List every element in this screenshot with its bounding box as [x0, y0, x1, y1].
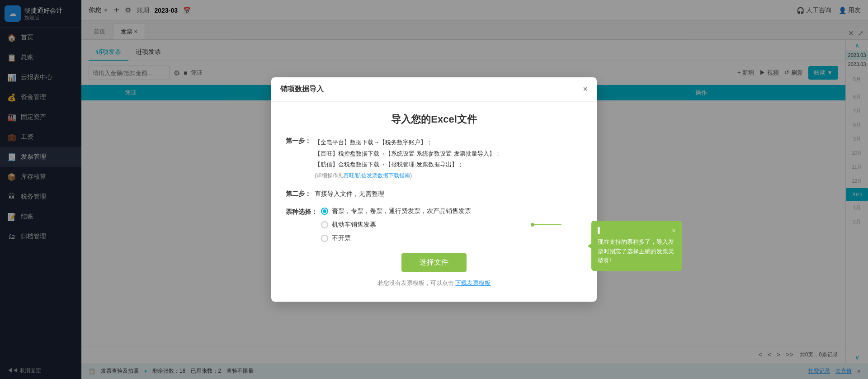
tooltip-line: [534, 224, 561, 225]
tooltip-box: ▌ × 现在支持的票种多了，导入发票时别忘了选择正确的发票类型呀!: [591, 221, 682, 271]
tooltip-bar: ▌: [598, 226, 602, 236]
step1-line1: 【全电平台】数据下载→【税务数字账户】；: [315, 137, 501, 148]
modal-body: 导入您的Excel文件 第一步： 【全电平台】数据下载→【税务数字账户】； 【百…: [271, 102, 597, 302]
tooltip-text: 现在支持的票种多了，导入发票时别忘了选择正确的发票类型呀!: [598, 238, 674, 264]
modal-close-button[interactable]: ×: [583, 85, 588, 94]
step1-content: 【全电平台】数据下载→【税务数字账户】； 【百旺】税控盘数据下载→【系统设置-系…: [315, 137, 501, 181]
step2-label: 第二步：: [286, 190, 311, 198]
radio-motor[interactable]: 机动车销售发票: [321, 221, 471, 229]
tooltip-close-button[interactable]: ×: [672, 226, 675, 236]
modal-main-title: 导入您的Excel文件: [286, 113, 582, 126]
modal-dialog: 销项数据导入 × 导入您的Excel文件 第一步： 【全电平台】数据下载→【税务…: [271, 77, 597, 302]
ticket-choice: 票种选择： 普票，专票，卷票，通行费发票，农产品销售发票 机动车销售: [286, 207, 582, 242]
step1-subnote: (详细操作见百旺/航信发票数据下载指南): [315, 171, 501, 181]
download-template-link[interactable]: 下载发票模板: [455, 280, 491, 286]
guide-link[interactable]: 百旺/航信发票数据下载指南: [344, 172, 410, 179]
tooltip-dot: [531, 223, 534, 227]
radio-circle-no-ticket: [321, 235, 328, 242]
radio-normal-label: 普票，专票，卷票，通行费发票，农产品销售发票: [332, 207, 471, 215]
step2: 第二步： 直接导入文件，无需整理: [286, 190, 582, 198]
radio-no-ticket-label: 不开票: [332, 234, 351, 242]
ticket-choice-label: 票种选择：: [286, 207, 317, 216]
select-file-button[interactable]: 选择文件: [401, 253, 467, 272]
radio-circle-motor: [321, 221, 328, 228]
step1-line3: 【航信】金税盘数据下载→【报税管理-发票数据导出】；: [315, 159, 501, 171]
step1-line2: 【百旺】税控盘数据下载→【系统设置-系统参数设置-发票批量导入】；: [315, 148, 501, 160]
radio-group: 普票，专票，卷票，通行费发票，农产品销售发票 机动车销售发票: [321, 207, 471, 242]
step1: 第一步： 【全电平台】数据下载→【税务数字账户】； 【百旺】税控盘数据下载→【系…: [286, 137, 582, 181]
radio-motor-label: 机动车销售发票: [332, 221, 376, 229]
step2-content: 直接导入文件，无需整理: [315, 190, 384, 198]
tooltip-arrow: [588, 243, 591, 249]
radio-normal[interactable]: 普票，专票，卷票，通行费发票，农产品销售发票: [321, 207, 471, 215]
download-note: 若您没有发票模板，可以点击 下载发票模板: [286, 279, 582, 287]
tooltip-container: ▌ × 现在支持的票种多了，导入发票时别忘了选择正确的发票类型呀!: [591, 221, 682, 271]
radio-circle-normal: [321, 208, 328, 215]
radio-no-ticket[interactable]: 不开票: [321, 234, 471, 242]
modal-header: 销项数据导入 ×: [271, 77, 597, 102]
modal-title: 销项数据导入: [280, 85, 324, 94]
modal-overlay: 销项数据导入 × 导入您的Excel文件 第一步： 【全电平台】数据下载→【税务…: [0, 0, 868, 379]
step1-label: 第一步：: [286, 137, 311, 181]
radio-dot-normal: [323, 209, 326, 213]
tooltip-connector: [531, 223, 561, 227]
